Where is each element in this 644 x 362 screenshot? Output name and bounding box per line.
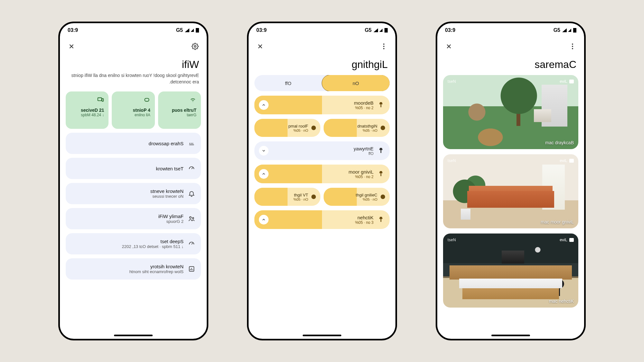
status-bar: 5G 9:30 — [60, 23, 207, 37]
home-indicator — [303, 335, 341, 336]
room-sub: 2 on · 50% — [354, 106, 374, 110]
bulb-icon — [311, 126, 316, 130]
light-ceiling[interactable]: Ceiling lightOn · 50% — [324, 188, 390, 206]
network-label: 5G — [365, 27, 372, 33]
bulb-icon — [381, 195, 385, 199]
room-sub: 3 on · 50% — [355, 220, 374, 225]
item-title: Network events — [150, 188, 184, 194]
wifi-item-network-history[interactable]: Network history Slow performance this mo… — [66, 258, 201, 280]
svg-rect-12 — [381, 150, 381, 153]
item-title: Share password — [149, 141, 184, 146]
room-living-room[interactable]: Living room 2 on · 50% — [254, 165, 390, 183]
wifi-item-network-events[interactable]: Network events No recent issues — [66, 183, 201, 204]
item-title: Network history — [129, 264, 184, 269]
tile-sub: ↓ 42.84 Mbps — [81, 113, 104, 117]
light-floor-lamp[interactable]: Floor lampOn · 50% — [254, 119, 320, 137]
room-entryway[interactable]: Entryway Off — [254, 141, 390, 160]
signal-icon — [191, 29, 194, 32]
home-indicator — [491, 335, 530, 336]
light-nightstand[interactable]: NightstandOn · 50% — [324, 119, 390, 137]
toggle-on[interactable]: On — [322, 75, 390, 91]
camera-name: Living room cam — [448, 219, 574, 224]
camera-name: Backyard cam — [448, 140, 574, 145]
home-indicator — [114, 335, 153, 336]
wifi-tile-points[interactable]: 4 Points All online — [112, 91, 155, 129]
overflow-menu-icon[interactable] — [379, 42, 388, 51]
chevron-up-icon[interactable] — [259, 100, 269, 110]
item-sub: 2 Groups — [158, 219, 184, 224]
svg-rect-14 — [381, 219, 381, 222]
status-bar: 5G 9:30 — [249, 23, 395, 37]
page-title: Wifi — [60, 55, 207, 72]
tile-title: 12 Devices — [81, 108, 104, 113]
live-badge: Live — [560, 79, 574, 84]
camera-brand: Nest — [448, 158, 456, 163]
wifi-tile-network[interactable]: Turtle soup Great — [158, 91, 201, 129]
light-sub: On · 50% — [356, 197, 377, 201]
network-label: 5G — [176, 27, 183, 33]
phone-lighting: 5G 9:30 Lighting On Off Bed — [247, 22, 397, 340]
camera-brand: Nest — [448, 238, 456, 242]
lighting-toggle[interactable]: On Off — [254, 75, 390, 91]
chevron-down-icon[interactable] — [259, 146, 269, 156]
camera-backyard[interactable]: Live Nest Backyard cam — [443, 75, 578, 149]
item-sub: Slow performance this month — [129, 269, 184, 274]
wifi-icon — [189, 96, 196, 103]
close-icon[interactable] — [67, 42, 76, 51]
tile-title: Turtle soup — [172, 108, 196, 113]
battery-icon — [573, 28, 576, 33]
chevron-up-icon[interactable] — [259, 169, 269, 179]
svg-rect-2 — [145, 99, 149, 101]
svg-point-6 — [191, 143, 192, 144]
status-time: 9:30 — [445, 27, 455, 33]
item-sub: ↓ 115 mbps · tested Oct 31, 2022 — [122, 244, 184, 249]
svg-point-7 — [192, 143, 193, 144]
room-title: Bedroom — [354, 100, 374, 106]
wifi-tile-devices[interactable]: 12 Devices ↓ 42.84 Mbps — [66, 91, 109, 129]
light-name: Nightstand — [357, 124, 377, 129]
chevron-up-icon[interactable] — [259, 215, 269, 224]
live-dot-icon — [569, 238, 574, 242]
item-title: Test network — [156, 166, 184, 171]
page-title: Cameras — [437, 55, 584, 72]
svg-rect-4 — [102, 99, 104, 101]
svg-point-0 — [194, 45, 196, 47]
light-sub: On · 50% — [293, 197, 308, 201]
camera-name: Kitchen cam — [448, 299, 574, 304]
item-sub: No recent issues — [150, 194, 184, 199]
light-name: TV light — [293, 193, 308, 197]
wifi-item-test-network[interactable]: Test network — [66, 158, 201, 179]
signal-icon-2 — [185, 28, 189, 32]
signal-icon-2 — [374, 28, 378, 32]
status-time: 9:30 — [256, 27, 267, 33]
wifi-item-family-wifi[interactable]: Family WiFi 2 Groups — [66, 208, 201, 229]
camera-living-room[interactable]: Live Nest Living room cam — [443, 154, 578, 228]
battery-icon — [196, 28, 199, 33]
camera-kitchen[interactable]: Live Nest Kitchen cam — [443, 233, 578, 308]
room-bedroom[interactable]: Bedroom 2 on · 50% — [254, 96, 390, 114]
wifi-item-share-password[interactable]: Share password — [66, 133, 201, 154]
close-icon[interactable] — [444, 42, 453, 51]
signal-icon — [568, 29, 571, 32]
bulb-icon — [311, 195, 316, 199]
svg-point-9 — [193, 217, 194, 219]
speed-icon — [188, 165, 195, 172]
light-group-icon — [377, 101, 384, 109]
password-icon — [188, 140, 195, 147]
status-bar: 5G 9:30 — [437, 23, 584, 37]
chart-icon — [188, 265, 195, 272]
wifi-item-speed-test[interactable]: Speed test ↓ 115 mbps · tested Oct 31, 2… — [66, 233, 201, 254]
light-sub: On · 50% — [357, 129, 377, 132]
room-sub: 2 on · 50% — [348, 175, 374, 179]
light-group-icon — [377, 216, 384, 223]
room-kitchen[interactable]: Kitchen 3 on · 50% — [254, 210, 390, 229]
settings-icon[interactable] — [191, 42, 200, 51]
family-icon — [188, 215, 195, 222]
toggle-off[interactable]: Off — [254, 75, 322, 91]
close-icon[interactable] — [256, 42, 265, 51]
light-tv[interactable]: TV lightOn · 50% — [254, 188, 320, 206]
room-title: Kitchen — [355, 215, 374, 220]
gauge-icon — [188, 240, 195, 247]
overflow-menu-icon[interactable] — [568, 42, 577, 51]
svg-point-1 — [193, 101, 193, 102]
